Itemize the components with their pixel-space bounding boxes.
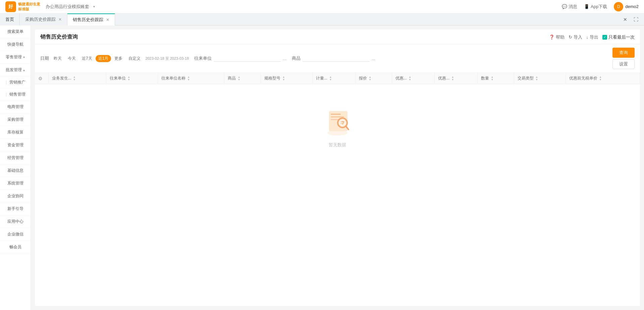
date-buttons: 昨天 今天 近7天 近1月 更多 自定义 (51, 55, 143, 62)
sidebar-label-basic: 基础信息 (7, 168, 23, 173)
table-header-row: ⚙ 业务发生... ▲▼ 往来单位 ▲▼ 往来单位名称 (35, 73, 640, 84)
th-trade-type[interactable]: 交易类型 ▲▼ (514, 73, 566, 84)
th-product[interactable]: 商品 ▲▼ (224, 73, 261, 84)
date-range-text: 2023-02-18 至 2023-03-18 (145, 56, 189, 61)
tab-purchase[interactable]: 采购历史价跟踪 ✕ (20, 13, 67, 25)
only-last-checkbox-area[interactable]: ✓ 只看最后一次 (602, 34, 635, 40)
sidebar-label-quick-nav: 快捷导航 (7, 42, 23, 47)
empty-svg: ? (321, 104, 354, 138)
partner-label: 往来单位 (194, 55, 212, 61)
content-area: 销售历史价查询 ❓ 帮助 ↻ 导入 ↓ 导出 ✓ (31, 25, 644, 310)
sort-icon-trade-type: ▲▼ (535, 76, 538, 81)
data-table: ⚙ 业务发生... ▲▼ 往来单位 ▲▼ 往来单位名称 (35, 73, 640, 84)
svg-text:?: ? (341, 120, 344, 125)
user-menu[interactable]: D demo2 (614, 2, 639, 11)
header-dropdown-icon[interactable]: ▾ (93, 5, 95, 8)
th-unit[interactable]: 计量... ▲▼ (313, 73, 356, 84)
sidebar-label-vip: 畅会员 (9, 244, 21, 250)
sidebar-label-retail: 零售管理 (6, 54, 22, 60)
sidebar-item-finance[interactable]: 资金管理 (0, 139, 31, 152)
th-quote[interactable]: 报价 ▲▼ (355, 73, 392, 84)
sidebar-item-marketing[interactable]: │ 营销推广 (0, 76, 31, 89)
table-header: ⚙ 业务发生... ▲▼ 往来单位 ▲▼ 往来单位名称 (35, 73, 640, 84)
page-actions: ❓ 帮助 ↻ 导入 ↓ 导出 ✓ 只看最后一次 (549, 34, 635, 40)
tab-purchase-label: 采购历史价跟踪 (25, 16, 56, 22)
maximize-window-button[interactable]: ⛶ (632, 15, 640, 23)
tab-sales-label: 销售历史价跟踪 (73, 17, 103, 23)
th-biz-date[interactable]: 业务发生... ▲▼ (48, 73, 106, 84)
date-filter-group: 日期 昨天 今天 近7天 近1月 更多 自定义 2023-02-18 至 202… (40, 55, 189, 62)
sidebar-item-wechat[interactable]: 企业微信 (0, 228, 31, 241)
close-window-button[interactable]: ✕ (621, 15, 629, 23)
header-title: 办公用品行业模拟账套 (46, 4, 89, 10)
date-btn-more[interactable]: 更多 (112, 55, 125, 62)
date-btn-custom[interactable]: 自定义 (126, 55, 143, 62)
help-icon: ❓ (549, 35, 554, 40)
th-discount2[interactable]: 优惠... ▲▼ (435, 73, 478, 84)
sidebar-item-basic[interactable]: 基础信息 (0, 164, 31, 177)
th-partner-name[interactable]: 往来单位名称 ▲▼ (158, 73, 224, 84)
app-download-button[interactable]: 📱 App下载 (584, 4, 607, 10)
sidebar-label-operations: 经营管理 (7, 155, 23, 161)
sidebar-item-ecommerce[interactable]: 电商管理 (0, 101, 31, 113)
partner-more-icon[interactable]: ... (283, 56, 286, 61)
tab-home[interactable]: 首页 (0, 13, 20, 25)
page-header: 销售历史价查询 ❓ 帮助 ↻ 导入 ↓ 导出 ✓ (35, 30, 640, 44)
sidebar-item-guide[interactable]: 新手引导 (0, 203, 31, 215)
table-container: ⚙ 业务发生... ▲▼ 往来单位 ▲▼ 往来单位名称 (35, 73, 640, 306)
query-button[interactable]: 查询 (612, 48, 635, 58)
settings-button[interactable]: 设置 (612, 59, 635, 69)
sidebar-item-retail[interactable]: 零售管理 ▾ (0, 51, 31, 64)
top-header: 好 畅捷通好生意 标准版 办公用品行业模拟账套 ▾ 💬 消息 📱 App下载 D… (0, 0, 644, 13)
sidebar-item-search-menu[interactable]: 搜索菜单 (0, 25, 31, 38)
date-btn-today[interactable]: 今天 (65, 55, 78, 62)
th-discount1[interactable]: 优惠... ▲▼ (392, 73, 435, 84)
th-partner-code[interactable]: 往来单位 ▲▼ (106, 73, 158, 84)
th-qty[interactable]: 数量 ▲▼ (478, 73, 514, 84)
gear-icon[interactable]: ⚙ (38, 76, 43, 81)
sidebar-item-vip[interactable]: 畅会员 (0, 241, 31, 254)
product-more-icon[interactable]: ... (372, 56, 375, 61)
header-left: 好 畅捷通好生意 标准版 办公用品行业模拟账套 ▾ (5, 1, 95, 12)
sort-icon-discount1: ▲▼ (409, 76, 411, 81)
sidebar-label-app-center: 应用中心 (7, 219, 23, 224)
date-btn-7days[interactable]: 近7天 (79, 55, 95, 62)
sidebar-item-app-center[interactable]: 应用中心 (0, 215, 31, 228)
avatar: D (614, 2, 623, 11)
sidebar-label-finance: 资金管理 (7, 142, 23, 148)
sidebar-item-purchase[interactable]: 采购管理 (0, 113, 31, 126)
filter-bar: 日期 昨天 今天 近7天 近1月 更多 自定义 2023-02-18 至 202… (35, 44, 640, 73)
partner-input[interactable] (214, 55, 281, 62)
tab-purchase-close[interactable]: ✕ (58, 17, 62, 22)
only-last-checkbox[interactable]: ✓ (602, 35, 607, 40)
import-button[interactable]: ↻ 导入 (569, 34, 582, 40)
user-name: demo2 (625, 4, 639, 9)
sidebar-item-sales-mgmt[interactable]: │ 销售管理 (0, 89, 31, 101)
date-btn-yesterday[interactable]: 昨天 (51, 55, 64, 62)
sidebar-item-system[interactable]: 系统管理 (0, 177, 31, 190)
tab-sales[interactable]: 销售历史价跟踪 ✕ (67, 13, 115, 25)
help-button[interactable]: ❓ 帮助 (549, 34, 565, 40)
message-button[interactable]: 💬 消息 (562, 4, 577, 10)
sidebar-label-wechat: 企业微信 (7, 231, 23, 237)
query-actions: 查询 设置 (612, 48, 635, 69)
export-button[interactable]: ↓ 导出 (586, 34, 599, 40)
empty-illustration: ? (321, 104, 354, 138)
sidebar-item-inventory[interactable]: 库存核算 (0, 126, 31, 139)
sidebar-item-enterprise[interactable]: 企业协同 (0, 190, 31, 203)
sidebar-item-operations[interactable]: 经营管理 (0, 152, 31, 164)
th-pretax-price[interactable]: 优惠前无税单价 ▲▼ (566, 73, 640, 84)
date-btn-1month[interactable]: 近1月 (96, 55, 111, 62)
tab-sales-close[interactable]: ✕ (106, 17, 109, 22)
sidebar-item-quick-nav[interactable]: 快捷导航 (0, 38, 31, 51)
sidebar-item-wholesale[interactable]: 批发管理 ▴ (0, 64, 31, 76)
empty-text: 暂无数据 (329, 142, 346, 148)
sort-icon-qty: ▲▼ (491, 76, 493, 81)
svg-rect-2 (331, 114, 341, 115)
logo-text: 畅捷通好生意 标准版 (18, 2, 40, 11)
sort-icon-pretax-price: ▲▼ (599, 76, 602, 81)
svg-rect-4 (331, 119, 339, 120)
product-input[interactable] (303, 55, 370, 62)
th-spec[interactable]: 规格型号 ▲▼ (261, 73, 313, 84)
header-right: 💬 消息 📱 App下载 D demo2 (562, 2, 639, 11)
